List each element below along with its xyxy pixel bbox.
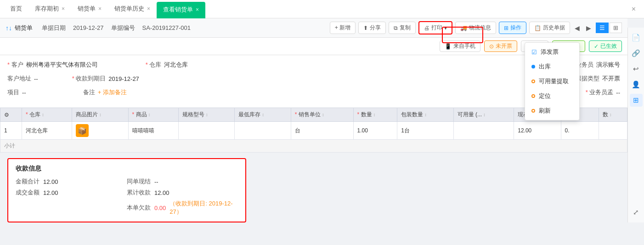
invoice-value: 不开票 (602, 74, 620, 83)
prev-arrow[interactable]: ◀ (573, 23, 582, 33)
tab-view-label: 查看销货单 (163, 6, 193, 14)
print-icon: 🖨 (424, 25, 429, 31)
share-icon: ⬆ (363, 25, 368, 31)
toolbar-actions: + 新增 ⬆ 分享 ⧉ 复制 🖨 打印 ▾ 🚚 物流信息 (330, 21, 622, 34)
subtotal-label: 小计 (0, 140, 627, 153)
dropdown-add-invoice[interactable]: ☑ 添发票 (525, 45, 579, 59)
payment-info-box: 收款信息 金额合计 12.00 同单现结 -- 成交金额 12.00 累计收款 … (7, 158, 246, 222)
project-label: 项目 (7, 88, 19, 97)
sidebar-doc-icon[interactable]: 📄 (630, 31, 643, 44)
new-button[interactable]: + 新增 (330, 22, 356, 34)
doc-title-text: 销货单 (15, 24, 33, 32)
next-arrow[interactable]: ▶ (584, 23, 593, 33)
salesperson-field: 业务员孟 -- (586, 88, 620, 97)
logistics-label: 物流信息 (469, 24, 491, 32)
grid-view-button[interactable]: ⊞ (610, 23, 622, 33)
col-min-stock: 最低库存↕ (235, 108, 291, 122)
dropdown-available-qty[interactable]: 可用量提取 (525, 74, 579, 89)
window-close[interactable]: × (627, 5, 640, 13)
tab-view-sales[interactable]: 查看销货单 × (157, 2, 205, 18)
salesperson-label: 业务员孟 (586, 88, 614, 97)
not-open-icon: ⊙ (489, 43, 494, 50)
product-thumbnail: 📦 (76, 124, 89, 137)
not-open-button[interactable]: ⊙ 未开票 (484, 40, 517, 52)
cumulative-row: 累计收款 12.00 (127, 188, 238, 197)
doc-title-area: ↑↓ 销货单 (6, 24, 33, 32)
phone-icon: 📱 (445, 43, 452, 50)
arrears-row: 本单欠款 0.00 （收款到期日: 2019-12-27） (127, 199, 238, 216)
share-button[interactable]: ⬆ 分享 (358, 22, 386, 34)
tab-sales-close[interactable]: × (98, 6, 102, 12)
sidebar-link-icon[interactable]: 🔗 (630, 47, 643, 60)
transaction-label: 成交金额 (16, 188, 40, 197)
operations-label: 操作 (510, 24, 521, 32)
logistics-button[interactable]: 🚚 物流信息 (455, 22, 496, 34)
col-available: 可用量 (...↕ (453, 108, 514, 122)
tab-sales-history[interactable]: 销货单历史 × (108, 0, 157, 18)
col-warehouse: 仓库↕ (22, 108, 72, 122)
col-product: 商品↕ (128, 108, 178, 122)
share-label: 分享 (370, 24, 381, 32)
cell-image: 📦 (72, 122, 129, 140)
copy-icon: ⧉ (394, 25, 398, 31)
print-button[interactable]: 🖨 打印 ▾ (418, 21, 452, 34)
employee-field: 业务员 演示账号 (576, 61, 620, 69)
history-button[interactable]: 📋 历史单据 (529, 22, 570, 34)
sidebar-return-icon[interactable]: ↩ (630, 63, 643, 75)
operations-button[interactable]: ⊞ 操作 (499, 22, 526, 34)
sidebar-user-icon[interactable]: 👤 (630, 78, 643, 91)
tab-inventory-init[interactable]: 库存期初 × (28, 0, 71, 18)
tab-view-close[interactable]: × (196, 6, 199, 13)
phone-button[interactable]: 📱 来自手机 (440, 40, 480, 52)
tab-inventory-close[interactable]: × (62, 6, 65, 12)
col-image: 商品图片↕ (72, 108, 129, 122)
cell-available (453, 122, 514, 140)
table-row: 1 河北仓库 📦 嘻嘻嘻嘻 台 1.00 1台 12.00 0. (0, 122, 627, 140)
right-sidebar: 📄 🔗 ↩ 👤 ⊞ ⤢ (627, 28, 644, 222)
outbound-label: 出库 (539, 63, 551, 71)
tab-inventory-label: 库存期初 (35, 5, 59, 13)
warehouse-field: 仓库 河北仓库 (146, 61, 188, 69)
tab-home[interactable]: 首页 (4, 0, 28, 18)
col-unit: 销售单位↕ (291, 108, 353, 122)
dropdown-refresh[interactable]: 刷新 (525, 103, 579, 118)
sidebar-expand-icon[interactable]: ⤢ (630, 206, 643, 219)
doc-toolbar: ↑↓ 销货单 单据日期 2019-12-27 单据编号 SA-20191227-… (0, 18, 627, 38)
number-label: 单据编号 (111, 24, 135, 32)
payment-date-value: 2019-12-27 (108, 75, 139, 82)
print-label: 打印 (431, 24, 442, 32)
cell-spec (178, 122, 235, 140)
note-label: 备注 (83, 88, 95, 97)
copy-label: 复制 (400, 24, 411, 32)
print-dropdown-arrow[interactable]: ▾ (444, 25, 447, 31)
dropdown-outbound[interactable]: 出库 (525, 59, 579, 74)
not-open-label: 未开票 (496, 42, 512, 50)
address-field: 客户地址 -- (7, 74, 38, 83)
total-value: 12.00 (43, 178, 58, 185)
transaction-row: 成交金额 12.00 (16, 188, 127, 197)
dropdown-locate[interactable]: 定位 (525, 89, 579, 103)
effective-button[interactable]: ✓ 已生效 (589, 40, 622, 52)
date-label: 单据日期 (42, 24, 66, 32)
cumulative-value: 12.00 (154, 189, 169, 196)
same-order-row: 同单现结 -- (127, 177, 238, 186)
arrears-value: 0.00 (154, 205, 166, 211)
doc-icon: ↑↓ (6, 24, 12, 32)
tab-sales-order[interactable]: 销货单 × (71, 0, 108, 18)
col-gear[interactable]: ⚙ (0, 108, 22, 122)
gear-icon: ⚙ (4, 112, 9, 118)
cell-pack-qty: 1台 (397, 122, 454, 140)
list-view-button[interactable]: ☰ (596, 23, 609, 33)
sidebar-chart-icon[interactable]: ⊞ (630, 94, 643, 107)
copy-button[interactable]: ⧉ 复制 (389, 22, 416, 34)
cell-extra (599, 122, 627, 140)
add-invoice-label: 添发票 (541, 48, 559, 56)
customer-value: 柳州粤港平安气体有限公司 (26, 61, 98, 69)
tab-history-close[interactable]: × (147, 6, 150, 12)
add-note-button[interactable]: 添加备注 (98, 88, 127, 97)
salesperson-value: -- (616, 89, 620, 96)
locate-label: 定位 (539, 92, 551, 100)
same-order-label: 同单现结 (127, 177, 151, 186)
cell-seq: 1 (0, 122, 22, 140)
history-label: 历史单据 (543, 24, 565, 32)
